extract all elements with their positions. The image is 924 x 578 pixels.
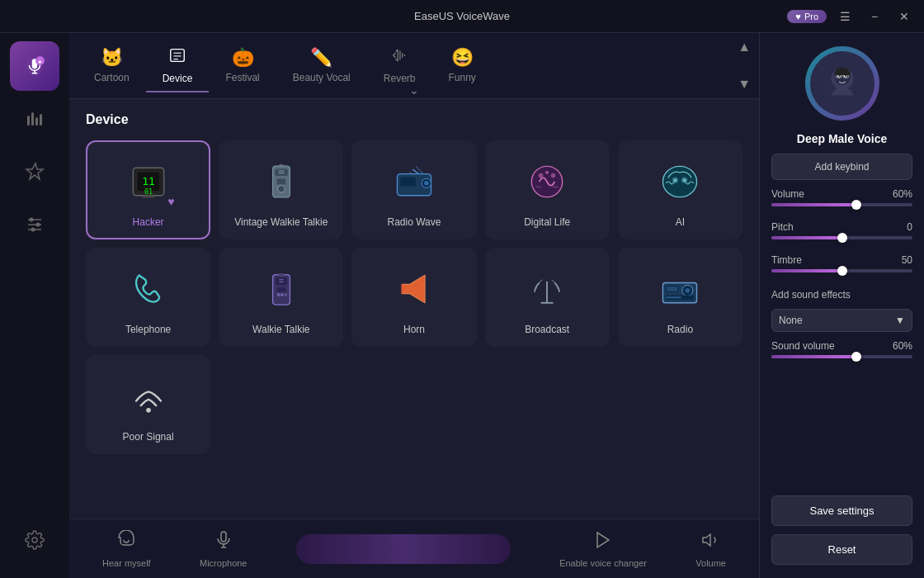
- enable-voice-changer-icon: [593, 530, 613, 555]
- svg-marker-10: [26, 163, 43, 179]
- tab-beauty-vocal[interactable]: ✏️ Beauty Vocal: [276, 40, 367, 92]
- sidebar-item-mixer[interactable]: [10, 200, 59, 249]
- hear-myself-icon: [116, 530, 136, 555]
- sidebar-item-effects[interactable]: [10, 147, 59, 197]
- avatar: [810, 51, 874, 116]
- svg-rect-36: [275, 168, 288, 176]
- sidebar-item-microphone[interactable]: ✦: [10, 41, 59, 91]
- sidebar-item-settings[interactable]: [10, 515, 59, 565]
- voice-item-vintage-walkie-talkie[interactable]: Vintage Walkie Talkie: [219, 140, 343, 239]
- pitch-slider-thumb[interactable]: [837, 233, 847, 243]
- broadcast-label: Broadcast: [525, 324, 569, 335]
- close-button[interactable]: ✕: [893, 5, 916, 28]
- timbre-slider-track[interactable]: [771, 269, 912, 272]
- svg-point-57: [683, 178, 686, 182]
- left-sidebar: ✦: [0, 33, 69, 578]
- telephone-icon-area: [122, 263, 175, 315]
- tabs-scroll-up[interactable]: ▲: [738, 40, 751, 54]
- festival-tab-label: Festival: [225, 72, 259, 83]
- svg-rect-81: [221, 532, 226, 542]
- tab-reverb[interactable]: Reverb: [367, 40, 432, 92]
- voice-item-broadcast[interactable]: Broadcast: [485, 248, 610, 347]
- digital-life-icon: [524, 159, 570, 205]
- pitch-slider-fill: [771, 236, 842, 239]
- sound-effects-select[interactable]: None ▼: [771, 309, 912, 332]
- voice-item-telephone[interactable]: Telephone: [86, 248, 210, 347]
- sound-volume-slider-track[interactable]: [771, 355, 912, 358]
- svg-rect-34: [142, 196, 154, 198]
- svg-marker-84: [703, 534, 710, 546]
- avatar-container: [805, 46, 879, 121]
- pitch-slider-track[interactable]: [771, 236, 912, 239]
- digital-life-label: Digital Life: [524, 216, 570, 228]
- microphone-bottom-icon: [214, 530, 233, 555]
- tab-cartoon[interactable]: 🐱 Cartoon: [78, 40, 146, 92]
- voice-item-hacker[interactable]: 11 01 ♥ Hacker: [86, 140, 210, 239]
- digital-life-icon-area: [521, 155, 573, 208]
- volume-slider-thumb[interactable]: [851, 200, 861, 210]
- voice-item-walkie-talkie[interactable]: Walkie Talkie: [219, 248, 343, 347]
- svg-rect-59: [276, 277, 287, 285]
- voice-item-radio[interactable]: Radio: [618, 248, 742, 347]
- svg-point-14: [30, 218, 34, 222]
- voice-item-horn[interactable]: Horn: [351, 248, 476, 347]
- volume-label: Volume: [771, 188, 804, 200]
- radio-wave-icon: [391, 159, 437, 205]
- voice-item-poor-signal[interactable]: Poor Signal: [86, 355, 210, 454]
- poor-signal-icon-area: [122, 370, 175, 423]
- right-panel: Deep Male Voice Add keybind Volume 60% P…: [759, 33, 924, 578]
- sound-volume-control: Sound volume 60%: [771, 340, 912, 365]
- funny-tab-icon: 😆: [451, 47, 474, 69]
- timbre-label: Timbre: [771, 254, 802, 266]
- tabs-scroll-down[interactable]: ▼: [738, 77, 751, 92]
- tab-device[interactable]: Device: [146, 40, 210, 92]
- poor-signal-icon: [125, 373, 172, 419]
- cartoon-tab-icon: 🐱: [101, 47, 123, 69]
- pro-badge: ♥ Pro: [787, 10, 827, 23]
- sidebar-item-equalizer[interactable]: [10, 94, 59, 144]
- voice-item-ai[interactable]: AI: [618, 140, 742, 239]
- svg-rect-9: [40, 114, 42, 126]
- menu-button[interactable]: ☰: [833, 5, 856, 28]
- microphone-button[interactable]: Microphone: [200, 530, 247, 568]
- bottom-bar: Hear myself Microphone Enable voice chan…: [69, 519, 759, 578]
- volume-slider-track[interactable]: [771, 203, 912, 206]
- svg-rect-79: [667, 296, 682, 298]
- sound-volume-slider-thumb[interactable]: [851, 352, 861, 362]
- svg-point-40: [277, 185, 285, 192]
- reset-button[interactable]: Reset: [771, 534, 912, 565]
- equalizer-icon: [25, 109, 45, 129]
- vintage-walkie-talkie-label: Vintage Walkie Talkie: [234, 216, 328, 228]
- timbre-slider-fill: [771, 269, 842, 272]
- pitch-control: Pitch 0: [771, 221, 912, 246]
- svg-text:✦: ✦: [37, 59, 43, 66]
- radio-icon: [657, 266, 703, 312]
- save-settings-button[interactable]: Save settings: [771, 495, 912, 526]
- svg-rect-41: [279, 164, 283, 167]
- volume-icon: [701, 530, 721, 555]
- svg-point-56: [674, 178, 677, 182]
- walkie-talkie-icon-area: [255, 263, 308, 315]
- tab-funny[interactable]: 😆 Funny: [431, 40, 492, 92]
- voice-name: Deep Male Voice: [797, 132, 887, 145]
- tab-festival[interactable]: 🎃 Festival: [209, 40, 276, 92]
- volume-button[interactable]: Volume: [695, 530, 726, 568]
- timbre-slider-thumb[interactable]: [837, 266, 847, 276]
- svg-rect-43: [400, 177, 416, 186]
- svg-text:11: 11: [142, 175, 155, 187]
- pitch-value: 0: [907, 221, 912, 233]
- minimize-button[interactable]: −: [863, 5, 886, 28]
- voice-item-digital-life[interactable]: Digital Life: [485, 140, 610, 239]
- voice-item-radio-wave[interactable]: Radio Wave: [351, 140, 476, 239]
- content-area: Device 11 01 ♥ Hacker: [69, 99, 759, 519]
- svg-point-15: [36, 223, 40, 227]
- beauty-tab-label: Beauty Vocal: [293, 72, 351, 83]
- hear-myself-button[interactable]: Hear myself: [102, 530, 151, 568]
- tabs-expand-button[interactable]: ⌄: [409, 83, 419, 97]
- svg-point-17: [32, 538, 37, 542]
- horn-label: Horn: [403, 324, 425, 335]
- enable-voice-changer-button[interactable]: Enable voice changer: [559, 530, 647, 568]
- funny-tab-label: Funny: [448, 72, 475, 83]
- add-keybind-button[interactable]: Add keybind: [771, 154, 912, 180]
- radio-label: Radio: [667, 324, 693, 335]
